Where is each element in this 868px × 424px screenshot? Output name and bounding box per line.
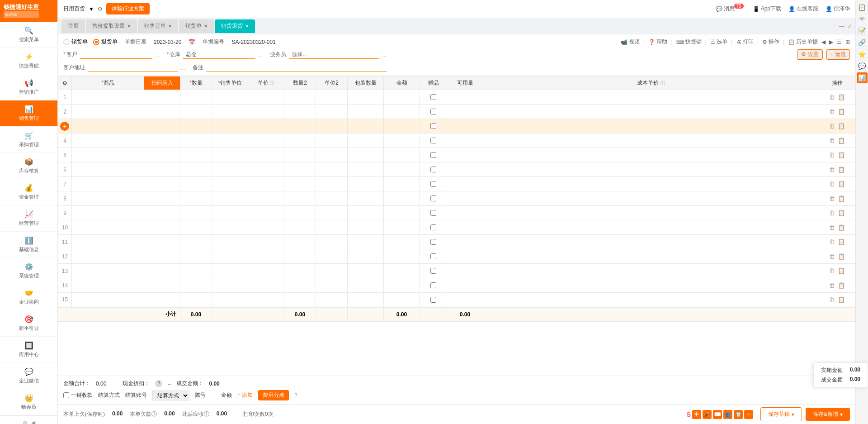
delete-icon-14[interactable]: 🗑 bbox=[829, 282, 835, 289]
qty2-cell-1[interactable] bbox=[284, 90, 316, 105]
product-cell-6[interactable] bbox=[72, 162, 144, 177]
unit2-cell-12[interactable] bbox=[316, 249, 348, 264]
delete-icon-5[interactable]: 🗑 bbox=[829, 152, 835, 158]
message-btn[interactable]: 💬 消息 70 bbox=[716, 5, 745, 13]
copy-icon-6[interactable]: 📋 bbox=[838, 166, 845, 173]
gift-cell-15[interactable] bbox=[420, 293, 447, 307]
gift-checkbox-3[interactable] bbox=[430, 123, 436, 129]
delete-icon-13[interactable]: 🗑 bbox=[829, 267, 835, 274]
unit2-cell-3[interactable] bbox=[316, 119, 348, 133]
pkg-qty-cell-1[interactable] bbox=[348, 90, 384, 105]
pkg-qty-cell-10[interactable] bbox=[348, 220, 384, 235]
rp-icon-7[interactable]: 📊 bbox=[857, 72, 868, 83]
qty-cell-5[interactable] bbox=[180, 148, 212, 162]
col-settings[interactable]: ⚙ bbox=[58, 76, 72, 90]
qty-cell-11[interactable] bbox=[180, 235, 212, 249]
copy-icon-5[interactable]: 📋 bbox=[838, 152, 845, 158]
pkg-qty-cell-4[interactable] bbox=[348, 133, 384, 148]
gift-checkbox-7[interactable] bbox=[430, 181, 436, 187]
delete-icon-9[interactable]: 🗑 bbox=[829, 210, 835, 216]
pkg-qty-cell-14[interactable] bbox=[348, 278, 384, 293]
sidebar-item-apps[interactable]: 🔲 应用中心 bbox=[0, 337, 57, 363]
pkg-qty-cell-12[interactable] bbox=[348, 249, 384, 264]
pkg-qty-cell-13[interactable] bbox=[348, 264, 384, 278]
delete-icon-2[interactable]: 🗑 bbox=[829, 108, 835, 115]
rp-icon-6[interactable]: 💬 bbox=[857, 61, 868, 71]
product-cell-1[interactable] bbox=[72, 90, 144, 105]
fee-help-icon[interactable]: ? bbox=[294, 392, 297, 399]
gift-checkbox-11[interactable] bbox=[430, 239, 436, 245]
amount-cell-13[interactable] bbox=[384, 264, 420, 278]
gift-checkbox-8[interactable] bbox=[430, 195, 436, 201]
sidebar-item-enterprise[interactable]: 🤝 企业协同 bbox=[0, 284, 57, 310]
qty-cell-7[interactable] bbox=[180, 177, 212, 191]
qty-cell-10[interactable] bbox=[180, 220, 212, 235]
help-circle-icon[interactable]: ? bbox=[155, 380, 162, 387]
amount-cell-6[interactable] bbox=[384, 162, 420, 177]
product-cell-12[interactable] bbox=[72, 249, 144, 264]
address-dots[interactable]: ... bbox=[181, 65, 185, 71]
sidebar-item-inventory[interactable]: 📦 库存核算 bbox=[0, 153, 57, 179]
amount-cell-2[interactable] bbox=[384, 105, 420, 119]
salesperson-dots[interactable]: ... bbox=[382, 52, 387, 58]
one-click-input[interactable] bbox=[63, 392, 69, 398]
save-draft-btn[interactable]: 保存草稿 ▾ bbox=[760, 407, 802, 421]
unit-price-cell-14[interactable] bbox=[248, 278, 284, 293]
product-cell-13[interactable] bbox=[72, 264, 144, 278]
product-cell-4[interactable] bbox=[72, 133, 144, 148]
sales-unit-cell-9[interactable] bbox=[212, 206, 248, 220]
unit2-cell-10[interactable] bbox=[316, 220, 348, 235]
copy-icon-12[interactable]: 📋 bbox=[838, 253, 845, 260]
unit2-cell-5[interactable] bbox=[316, 148, 348, 162]
settings-icon[interactable]: ⚙ bbox=[98, 6, 103, 12]
dropdown-arrow-icon[interactable]: ▼ bbox=[89, 6, 94, 12]
unit-price-cell-1[interactable] bbox=[248, 90, 284, 105]
product-cell-10[interactable] bbox=[72, 220, 144, 235]
delete-icon-6[interactable]: 🗑 bbox=[829, 166, 835, 173]
trial-btn[interactable]: 体验行业方案 bbox=[106, 3, 150, 14]
unit2-cell-1[interactable] bbox=[316, 90, 348, 105]
qty-cell-1[interactable] bbox=[180, 90, 212, 105]
accounting-select[interactable]: 结算方式 bbox=[152, 391, 189, 400]
sidebar-item-marketing[interactable]: 📢 营销推广 bbox=[0, 74, 57, 100]
pkg-qty-cell-8[interactable] bbox=[348, 191, 384, 206]
setting-btn[interactable]: ⚙ 设置 bbox=[797, 49, 822, 60]
salesperson-input[interactable] bbox=[289, 50, 379, 59]
print-btn[interactable]: 🖨 打印 bbox=[736, 38, 754, 46]
sidebar-item-wechat[interactable]: 💬 企业微信 bbox=[0, 363, 57, 389]
copy-icon-3[interactable]: 📋 bbox=[838, 123, 845, 129]
sales-unit-cell-10[interactable] bbox=[212, 220, 248, 235]
sidebar-item-search[interactable]: 🔍 搜索菜单 bbox=[0, 22, 57, 48]
logistics-btn[interactable]: + 物流 bbox=[826, 49, 850, 60]
qty-cell-8[interactable] bbox=[180, 191, 212, 206]
amount-cell-11[interactable] bbox=[384, 235, 420, 249]
product-cell-7[interactable] bbox=[72, 177, 144, 191]
help-btn[interactable]: ❓ 帮助 bbox=[648, 38, 667, 46]
gift-checkbox-9[interactable] bbox=[430, 210, 436, 216]
qty2-cell-10[interactable] bbox=[284, 220, 316, 235]
next-icon[interactable]: ▶ bbox=[829, 39, 833, 45]
qty2-cell-4[interactable] bbox=[284, 133, 316, 148]
qty-cell-14[interactable] bbox=[180, 278, 212, 293]
calendar-icon[interactable]: 📅 bbox=[189, 39, 195, 45]
amount-cell-10[interactable] bbox=[384, 220, 420, 235]
operate-btn[interactable]: ⚙ 操作 bbox=[762, 38, 779, 46]
sales-unit-cell-2[interactable] bbox=[212, 105, 248, 119]
sales-unit-cell-3[interactable] bbox=[212, 119, 248, 133]
unit-price-cell-12[interactable] bbox=[248, 249, 284, 264]
history-btn[interactable]: 📋 历史单据 bbox=[788, 38, 818, 46]
product-input-3[interactable] bbox=[74, 123, 142, 129]
tab-price-setting[interactable]: 售价提取设置 ✕ bbox=[86, 19, 137, 33]
gift-cell-6[interactable] bbox=[420, 162, 447, 177]
gift-cell-14[interactable] bbox=[420, 278, 447, 293]
copy-icon-15[interactable]: 📋 bbox=[838, 296, 845, 303]
rp-icon-5[interactable]: ⭐ bbox=[857, 49, 868, 60]
pkg-qty-cell-7[interactable] bbox=[348, 177, 384, 191]
qty2-cell-3[interactable] bbox=[284, 119, 316, 133]
amount-cell-3[interactable] bbox=[384, 119, 420, 133]
tab-close-icon[interactable]: ✕ bbox=[245, 24, 249, 29]
tab-sales-order[interactable]: 销售订单 ✕ bbox=[138, 19, 178, 33]
copy-icon-4[interactable]: 📋 bbox=[838, 137, 845, 144]
unit-price-cell-11[interactable] bbox=[248, 235, 284, 249]
gift-cell-10[interactable] bbox=[420, 220, 447, 235]
